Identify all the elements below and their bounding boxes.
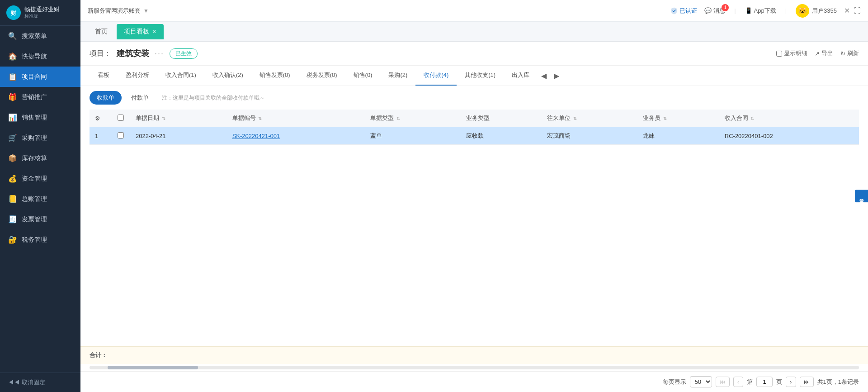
tax-icon: 🔐 [8,235,17,244]
unpin-button[interactable]: ◀◀ 取消固定 [0,373,80,392]
last-page-button[interactable]: ⏭ [800,377,814,387]
content-area: 项目： 建筑安装 ··· 已生效 显示明细 ↗ 导出 ↻ 刷新 [80,42,868,392]
close-button[interactable]: ✕ [844,6,850,15]
subnav-income-contract[interactable]: 收入合同(1) [157,66,204,86]
topbar-project[interactable]: 新服务官网演示账套 ▼ [88,7,663,15]
subnav-purchase[interactable]: 采购(2) [380,66,415,86]
sidebar-item-marketing[interactable]: 🎁 营销推广 [0,87,80,107]
gear-icon[interactable]: ⚙ [95,115,100,122]
sidebar-item-invoice[interactable]: 🧾 发票管理 [0,209,80,229]
show-detail-input[interactable] [776,51,782,57]
prev-page-icon: ‹ [737,378,739,385]
gift-icon: 🎁 [8,93,17,101]
th-type[interactable]: 单据类型 ⇅ [365,110,461,127]
subnav-in-out[interactable]: 出入库 [504,66,538,86]
select-all-checkbox[interactable] [118,115,124,121]
subnav-next-button[interactable]: ▶ [550,68,563,84]
scrollbar-thumb[interactable] [108,366,198,369]
sidebar-item-ledger[interactable]: 📒 总账管理 [0,189,80,209]
pagination-summary: 共1页，1条记录 [817,378,859,386]
sidebar-item-quicknav[interactable]: 🏠 快捷导航 [0,46,80,67]
more-options-button[interactable]: ··· [155,49,164,58]
subnav-other-income[interactable]: 其他收支(1) [457,66,504,86]
sidebar-item-contract[interactable]: 📋 项目合同 [0,67,80,87]
expand-button[interactable]: ⛶ [854,7,861,15]
subnav-kanban[interactable]: 看板 [90,66,118,86]
table-footer: 合计： [80,346,868,364]
tab-close-icon[interactable]: ✕ [152,29,156,35]
data-table: ⚙ 单据日期 ⇅ 单据编号 ⇅ [90,110,859,145]
th-partner[interactable]: 往来单位 ⇅ [542,110,637,127]
first-page-button[interactable]: ⏮ [716,377,730,387]
sidebar-menu: 🔍 搜索菜单 🏠 快捷导航 📋 项目合同 🎁 营销推广 📊 销售管理 🛒 采购管… [0,26,80,373]
document-number-link[interactable]: SK-20220421-001 [232,133,280,139]
first-page-icon: ⏮ [720,378,726,385]
subnav-income-confirm[interactable]: 收入确认(2) [204,66,251,86]
topbar-right: 💬 消息 1 | 📱 App下载 | 🐱 用户3355 [704,4,837,18]
sidebar-item-label: 资金管理 [22,175,47,183]
sidebar-item-search[interactable]: 🔍 搜索菜单 [0,26,80,46]
app-download-button[interactable]: 📱 App下载 [745,7,776,15]
next-page-button[interactable]: › [786,377,796,387]
avatar: 🐱 [796,4,809,18]
th-number[interactable]: 单据编号 ⇅ [227,110,365,127]
row-checkbox[interactable] [118,132,124,139]
inventory-icon: 📦 [8,154,17,163]
page-suffix: 页 [776,378,782,386]
tab-home[interactable]: 首页 [88,24,115,39]
sidebar-item-label: 税务管理 [22,236,47,244]
sidebar-item-funds[interactable]: 💰 资金管理 [0,168,80,189]
sidebar-item-label: 库存核算 [22,154,47,163]
shield-icon [670,7,678,14]
prev-page-button[interactable]: ‹ [733,377,743,387]
th-gear[interactable]: ⚙ [90,110,112,127]
td-partner: 宏茂商场 [542,127,637,145]
user-menu[interactable]: 🐱 用户3355 [796,4,837,18]
refresh-button[interactable]: ↻ 刷新 [840,49,859,57]
app-download-label: App下载 [754,7,776,15]
subnav-prev-button[interactable]: ◀ [538,68,550,84]
th-salesperson[interactable]: 业务员 ⇅ [637,110,719,127]
project-header: 项目： 建筑安装 ··· 已生效 显示明细 ↗ 导出 ↻ 刷新 [80,42,868,66]
horizontal-scrollbar[interactable] [90,366,859,369]
td-biz-type: 应收款 [461,127,542,145]
td-checkbox[interactable] [112,127,130,145]
subnav-profit[interactable]: 盈利分析 [118,66,157,86]
inner-tab-receipt[interactable]: 收款单 [90,91,122,105]
table-header-row: ⚙ 单据日期 ⇅ 单据编号 ⇅ [90,110,859,127]
sidebar-item-purchase[interactable]: 🛒 采购管理 [0,128,80,148]
th-biz-type: 业务类型 [461,110,542,127]
sidebar-item-label: 快捷导航 [22,53,47,61]
subnav-receipt[interactable]: 收付款(4) [415,66,457,86]
td-date: 2022-04-21 [130,127,227,145]
message-button[interactable]: 💬 消息 1 [704,7,725,15]
scrollbar-area[interactable] [80,364,868,371]
feedback-button[interactable]: 意见反馈 [855,190,868,202]
subnav-sales[interactable]: 销售(0) [345,66,381,86]
project-status-badge: 已生效 [170,48,198,59]
table-row[interactable]: 1 2022-04-21 SK-20220421-001 蓝单 应收款 宏茂商场… [90,127,859,145]
per-page-select[interactable]: 50 [690,376,712,387]
subnav-sales-invoice[interactable]: 销售发票(0) [251,66,298,86]
search-icon: 🔍 [8,32,17,40]
phone-icon: 📱 [745,7,752,14]
subnav-tax-invoice[interactable]: 税务发票(0) [298,66,345,86]
sidebar-item-sales[interactable]: 📊 销售管理 [0,107,80,128]
page-number-input[interactable] [756,377,773,387]
divider: | [734,7,736,14]
sidebar-item-tax[interactable]: 🔐 税务管理 [0,229,80,250]
td-number[interactable]: SK-20220421-001 [227,127,365,145]
chevron-down-icon[interactable]: ▼ [143,8,149,14]
export-button[interactable]: ↗ 导出 [815,49,833,57]
last-page-icon: ⏭ [804,378,810,385]
th-date[interactable]: 单据日期 ⇅ [130,110,227,127]
pagination: 每页显示 50 ⏮ ‹ 第 页 › ⏭ 共1页，1条记录 [80,371,868,392]
tab-board[interactable]: 项目看板 ✕ [117,24,164,39]
th-income-contract[interactable]: 收入合同 ⇅ [719,110,859,127]
sidebar-item-inventory[interactable]: 📦 库存核算 [0,148,80,168]
show-detail-checkbox[interactable]: 显示明细 [776,49,807,57]
inner-tab-payment[interactable]: 付款单 [123,91,156,105]
total-label: 合计： [90,352,107,359]
app-logo-icon: 财 [6,5,21,20]
sort-icon2: ⇅ [258,116,262,121]
